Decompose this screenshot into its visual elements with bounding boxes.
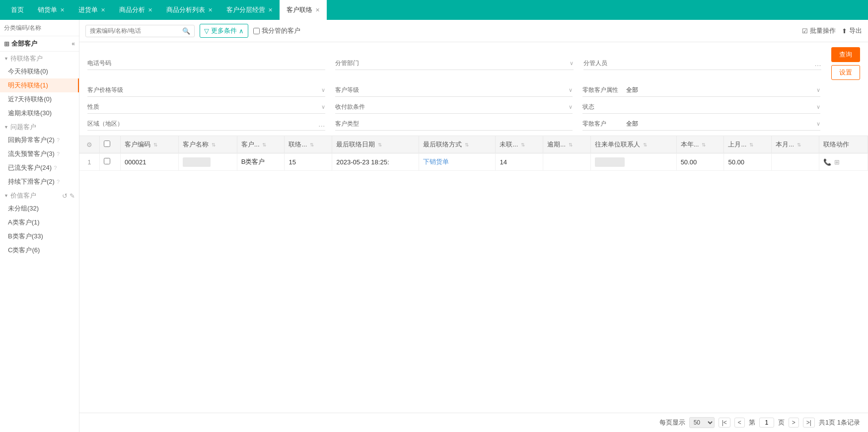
first-page-btn[interactable]: |< (719, 418, 730, 428)
chevron-down-icon-dept: ∨ (570, 60, 574, 67)
sidebar-item-overdue-pending[interactable]: 逾期未联络(30) (0, 106, 79, 120)
filter-price-level-field[interactable]: 客户价格等级 ∨ (87, 84, 325, 97)
row-checkbox-0[interactable] (104, 158, 110, 164)
sidebar-item-class-a[interactable]: A类客户(1) (0, 216, 79, 229)
refresh-icon[interactable]: ↺ (62, 192, 68, 200)
sort-icon-method[interactable]: ⇅ (465, 142, 469, 147)
action-more-icon[interactable]: ⊞ (834, 158, 840, 166)
nav-customer-segmentation[interactable]: 客户分层经营 ✕ (219, 0, 280, 20)
filter-row-4: 区域（地区） … 客户类型 零散客户 全部 ∨ (87, 118, 860, 131)
filter-row-2: 客户价格等级 ∨ 客户等级 ∨ 零散客户属性 全部 ∨ (87, 84, 860, 97)
sidebar-item-lost-customers[interactable]: 已流失客户(24) ? (0, 161, 79, 175)
sort-icon-uncontacted[interactable]: ⇅ (521, 142, 525, 147)
nav-purchase-order-close[interactable]: ✕ (101, 7, 105, 13)
filter-customer-level-field[interactable]: 客户等级 ∨ (335, 84, 573, 97)
filter-manager-field[interactable]: 分管人员 … (583, 57, 821, 70)
filter-customer-level-label: 客户等级 (335, 86, 370, 94)
nav-product-analysis-list[interactable]: 商品分析列表 ✕ (159, 0, 219, 20)
content-area: 🔍 ▽ 更多条件 ∧ 我分管的客户 ☑ 批量操作 ⬆ 导出 (79, 20, 868, 432)
filter-price-level-label: 客户价格等级 (87, 86, 123, 94)
chevron-up-icon: ∧ (239, 27, 244, 35)
last-page-btn[interactable]: >| (803, 418, 815, 428)
sort-icon-overdue[interactable]: ⇅ (569, 142, 573, 147)
td-action: 📞 ⊞ (819, 153, 868, 171)
td-index: 1 (79, 153, 99, 171)
sidebar-item-tomorrow-pending[interactable]: 明天待联络(1) (0, 78, 79, 92)
nav-customer-segmentation-close[interactable]: ✕ (268, 7, 273, 13)
sort-icon-class[interactable]: ⇅ (262, 142, 266, 147)
pending-section-label: 待联络客户 (0, 52, 79, 65)
nav-customer-contact-close[interactable]: ✕ (315, 7, 320, 13)
filter-nature-field[interactable]: 性质 ∨ (87, 101, 325, 114)
nav-sales-order[interactable]: 销货单 ✕ (31, 0, 72, 20)
sidebar-all-customers[interactable]: ⊞ 全部客户 « (0, 36, 79, 52)
filter-retail-customer-field[interactable]: 零散客户 全部 ∨ (582, 118, 820, 131)
filter-phone-input[interactable] (126, 60, 325, 67)
sidebar-item-repurchase-anomaly[interactable]: 回购异常客户(2) ? (0, 133, 79, 147)
export-btn[interactable]: ⬆ 导出 (842, 26, 862, 35)
nav-customer-contact[interactable]: 客户联络 ✕ (280, 0, 327, 20)
current-page-input[interactable] (759, 418, 774, 428)
th-overdue: 逾期... ⇅ (543, 136, 591, 153)
sort-icon-contact[interactable]: ⇅ (310, 142, 314, 147)
action-phone-icon[interactable]: 📞 (823, 158, 831, 166)
filter-search-input[interactable] (90, 27, 180, 34)
next-page-btn[interactable]: > (789, 418, 799, 428)
nav-product-analysis[interactable]: 商品分析 ✕ (112, 0, 159, 20)
filter-customer-type-field[interactable]: 客户类型 (335, 118, 573, 131)
customers-table: ⚙ 客户编码 ⇅ 客户名称 ⇅ (79, 136, 868, 171)
sidebar-item-today-pending[interactable]: 今天待联络(0) (0, 65, 79, 78)
sort-icon-code[interactable]: ⇅ (153, 142, 157, 147)
prev-page-btn[interactable]: < (734, 418, 745, 428)
nav-sales-order-close[interactable]: ✕ (60, 7, 65, 13)
filter-search-icon[interactable]: 🔍 (182, 27, 190, 35)
sort-icon-name[interactable]: ⇅ (212, 142, 216, 147)
filter-payment-field[interactable]: 收付款条件 ∨ (335, 101, 573, 114)
edit-icon[interactable]: ✎ (70, 192, 75, 200)
batch-op-btn[interactable]: ☑ 批量操作 (802, 26, 836, 35)
td-customer-name: Ea (179, 153, 237, 171)
settings-btn[interactable]: 设置 (831, 65, 860, 80)
top-nav: 首页 销货单 ✕ 进货单 ✕ 商品分析 ✕ 商品分析列表 ✕ 客户分层经营 ✕ … (0, 0, 868, 20)
td-customer-code: 000021 (121, 153, 179, 171)
my-customers-checkbox[interactable] (253, 28, 260, 34)
contact-method-link[interactable]: 下销货单 (423, 158, 449, 165)
sidebar-collapse-btn[interactable]: « (72, 40, 75, 47)
nav-home[interactable]: 首页 (4, 0, 31, 20)
export-icon: ⬆ (842, 27, 847, 35)
sidebar-item-ungrouped[interactable]: 未分组(32) (0, 202, 79, 216)
page-suffix: 页 (778, 418, 785, 427)
my-customers-checkbox-label[interactable]: 我分管的客户 (253, 26, 300, 35)
per-page-select[interactable]: 50 100 200 (689, 417, 715, 428)
filter-row-1: 电话号码 分管部门 ∨ 分管人员 … 查询 设置 (87, 47, 860, 80)
sort-icon-unit[interactable]: ⇅ (643, 142, 647, 147)
query-btn[interactable]: 查询 (831, 47, 860, 62)
gear-icon[interactable]: ⚙ (86, 141, 92, 148)
nav-product-analysis-close[interactable]: ✕ (148, 7, 152, 13)
sort-icon-date[interactable]: ⇅ (378, 142, 382, 147)
sidebar-item-class-b[interactable]: B类客户(33) (0, 229, 79, 243)
nav-product-analysis-list-close[interactable]: ✕ (208, 7, 213, 13)
sidebar-search-input[interactable] (4, 24, 78, 31)
sidebar-item-class-c[interactable]: C类客户(6) (0, 243, 79, 257)
sidebar-item-loss-warning[interactable]: 流失预警客户(3) ? (0, 147, 79, 161)
sort-icon-year[interactable]: ⇅ (702, 142, 706, 147)
sidebar-item-7days-pending[interactable]: 近7天待联络(0) (0, 92, 79, 106)
nav-purchase-order[interactable]: 进货单 ✕ (72, 0, 112, 20)
td-last-month: 50.00 (724, 153, 772, 171)
more-conditions-btn[interactable]: ▽ 更多条件 ∧ (200, 24, 248, 38)
sort-icon-lmonth[interactable]: ⇅ (749, 142, 753, 147)
help-icon-2: ? (54, 165, 57, 171)
td-last-contact-date: 2023-05-23 18:25: (332, 153, 419, 171)
filter-region-field[interactable]: 区域（地区） … (87, 118, 325, 131)
select-all-checkbox[interactable] (104, 141, 110, 147)
chevron-down-icon-retail: ∨ (816, 121, 820, 127)
filter-dept-field[interactable]: 分管部门 ∨ (335, 57, 573, 70)
grid-icon: ⊞ (4, 40, 9, 48)
sort-icon-tmonth[interactable]: ⇅ (797, 142, 801, 147)
filter-status-field[interactable]: 状态 ∨ (582, 101, 820, 114)
filter-retail-attr-field[interactable]: 零散客户属性 全部 ∨ (582, 84, 820, 97)
sidebar-item-declining-customers[interactable]: 持续下滑客户(2) ? (0, 175, 79, 189)
filter-status-label: 状态 (582, 103, 622, 111)
filter-bar: 🔍 ▽ 更多条件 ∧ 我分管的客户 ☑ 批量操作 ⬆ 导出 (79, 20, 868, 42)
